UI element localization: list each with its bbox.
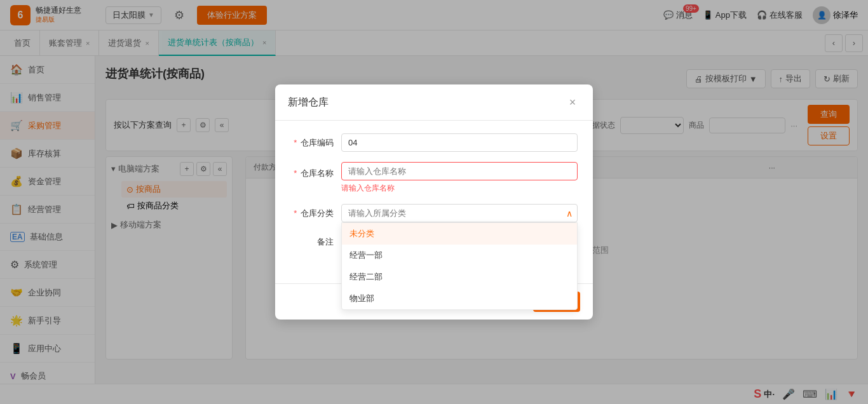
note-label: 备注	[290, 232, 341, 248]
dropdown-option-dept3[interactable]: 物业部	[342, 288, 577, 309]
category-dropdown-wrapper: ∧ 未分类 经营一部 经营二部 物业部	[341, 204, 578, 222]
category-dropdown-list: 未分类 经营一部 经营二部 物业部	[341, 222, 578, 310]
form-row-category: * 仓库分类 ∧ 未分类 经营一部 经营二部 物业部	[290, 204, 578, 222]
modal-close-button[interactable]: ×	[565, 95, 580, 110]
modal-body: * 仓库编码 * 仓库名称 请输入仓库名称	[275, 121, 593, 283]
add-warehouse-modal: 新增仓库 × * 仓库编码 * 仓库名称	[275, 84, 593, 320]
dropdown-option-uncategorized[interactable]: 未分类	[342, 223, 577, 245]
dropdown-option-dept1[interactable]: 经营一部	[342, 245, 577, 266]
form-row-name: * 仓库名称 请输入仓库名称	[290, 162, 578, 194]
modal-title: 新增仓库	[288, 96, 329, 109]
modal-header: 新增仓库 ×	[275, 84, 593, 121]
category-label: * 仓库分类	[290, 204, 341, 219]
form-row-code: * 仓库编码	[290, 133, 578, 152]
code-label: * 仓库编码	[290, 133, 341, 149]
dropdown-option-dept2[interactable]: 经营二部	[342, 266, 577, 288]
name-error-area: 请输入仓库名称	[290, 180, 578, 194]
code-input[interactable]	[341, 133, 578, 152]
name-row-inner: * 仓库名称	[290, 162, 578, 180]
name-label: * 仓库名称	[290, 164, 341, 179]
modal-overlay[interactable]: 新增仓库 × * 仓库编码 * 仓库名称	[0, 0, 868, 404]
name-error-message: 请输入仓库名称	[341, 183, 578, 194]
name-input[interactable]	[341, 162, 578, 180]
category-input[interactable]	[341, 204, 578, 222]
